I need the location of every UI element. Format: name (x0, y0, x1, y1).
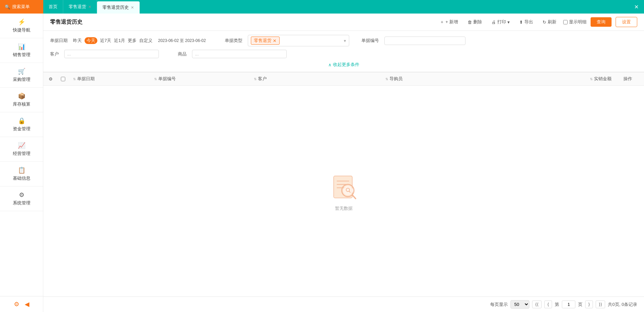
prev-page-button[interactable]: ⟨ (544, 300, 552, 308)
sidebar-settings-icon[interactable]: ⚙ (14, 300, 19, 308)
tabs: 首页 零售退货 ✕ 零售退货历史 ✕ (43, 0, 140, 14)
display-detail-text: 显示明细 (569, 19, 587, 25)
date-opt-last7[interactable]: 近7天 (100, 38, 111, 44)
collapse-button[interactable]: ∧ 收起更多条件 (50, 62, 637, 68)
finance-icon: 🔒 (18, 117, 25, 125)
tab-home[interactable]: 首页 (43, 0, 63, 14)
sales-icon: 📊 (18, 43, 25, 50)
collapse-icon: ∧ (328, 62, 332, 67)
export-button[interactable]: ⬆ 导出 (517, 18, 536, 26)
tab-retail-return-history-close[interactable]: ✕ (131, 5, 134, 10)
header-actions: ＋ + 新增 🗑 删除 🖨 打印 ▾ ⬆ 导出 ↻ (437, 17, 637, 27)
sidebar-bottom: ⚙ ◀ (0, 296, 43, 312)
th-date[interactable]: ⇅ 单据日期 (70, 72, 151, 85)
new-icon: ＋ (440, 19, 444, 25)
product-input[interactable]: ... (192, 50, 287, 58)
print-button[interactable]: 🖨 打印 ▾ (489, 18, 512, 26)
refresh-button[interactable]: ↻ 刷新 (540, 18, 559, 26)
query-button[interactable]: 查询 (591, 17, 612, 27)
empty-state: 暂无数据 (43, 86, 644, 296)
setting-button[interactable]: 设置 (616, 17, 637, 27)
th-guide-sort-icon: ⇅ (385, 77, 388, 81)
bill-type-tag-text: 零售退货 (254, 38, 271, 44)
new-button[interactable]: ＋ + 新增 (437, 18, 461, 26)
bill-type-tag: 零售退货 ✕ (251, 37, 280, 45)
window-close-button[interactable]: ✕ (629, 4, 644, 10)
product-filter-label: 商品 (178, 51, 187, 57)
table-header: ⚙ ⇅ 单据日期 ⇅ 单据编号 ⇅ 客户 ⇅ (43, 72, 644, 86)
page-size-select[interactable]: 20 50 100 (510, 300, 529, 309)
sidebar-item-sales[interactable]: 📊 销售管理 (0, 38, 43, 63)
bill-type-select[interactable]: 零售退货 ✕ ▾ (248, 35, 349, 46)
delete-icon: 🗑 (468, 20, 472, 25)
date-opt-custom[interactable]: 自定义 (139, 38, 152, 44)
date-opt-more[interactable]: 更多 (128, 38, 137, 44)
customer-filter-label: 客户 (50, 51, 59, 57)
bill-type-label: 单据类型 (225, 38, 242, 44)
tab-retail-return-history[interactable]: 零售退货历史 ✕ (97, 1, 140, 14)
th-amount[interactable]: ⇅ 实销金额 (546, 72, 614, 85)
tab-retail-return[interactable]: 零售退货 ✕ (63, 0, 97, 14)
sidebar-item-operation-label: 经营管理 (13, 151, 30, 157)
th-guide-label: 导购员 (389, 76, 403, 82)
th-checkbox[interactable] (58, 73, 70, 85)
th-billno-sort-icon: ⇅ (154, 77, 157, 81)
sidebar-item-quick-nav[interactable]: ⚡ 快捷导航 (0, 14, 43, 38)
next-page-button[interactable]: ⟩ (585, 300, 593, 308)
sidebar-item-finance-label: 资金管理 (13, 126, 30, 132)
th-customer-sort-icon: ⇅ (254, 77, 257, 81)
page-number-input[interactable] (562, 300, 575, 308)
svg-line-6 (352, 195, 356, 199)
inventory-icon: 📦 (18, 92, 25, 100)
filter-area: 单据日期 昨天 今天 近7天 近1月 更多 自定义 2023-06-02 至 2… (43, 31, 644, 72)
filter-row-1: 单据日期 昨天 今天 近7天 近1月 更多 自定义 2023-06-02 至 2… (50, 35, 637, 46)
collapse-label: 收起更多条件 (333, 62, 359, 68)
sidebar-item-finance[interactable]: 🔒 资金管理 (0, 112, 43, 137)
main-layout: ⚡ 快捷导航 📊 销售管理 🛒 采购管理 📦 库存核算 🔒 资金管理 📈 经营管… (0, 14, 644, 312)
delete-button[interactable]: 🗑 删除 (465, 18, 485, 26)
sidebar-item-inventory-label: 库存核算 (13, 101, 30, 107)
basic-info-icon: 📋 (18, 166, 25, 174)
bill-no-input[interactable] (384, 37, 466, 45)
search-area[interactable]: 🔍 搜索菜单 (0, 0, 43, 14)
display-detail-checkbox[interactable] (563, 20, 568, 24)
th-amount-sort-icon: ⇅ (590, 77, 593, 81)
tab-retail-return-close[interactable]: ✕ (88, 5, 91, 9)
settings-icon: ⚙ (49, 76, 53, 82)
refresh-icon: ↻ (543, 20, 546, 25)
total-info: 共0页, 0条记录 (608, 302, 637, 308)
tab-home-label: 首页 (49, 4, 57, 10)
search-label: 搜索菜单 (12, 4, 30, 10)
sidebar-collapse-icon[interactable]: ◀ (25, 300, 29, 308)
sidebar-item-basic-info-label: 基础信息 (13, 175, 30, 181)
th-customer[interactable]: ⇅ 客户 (251, 72, 383, 85)
bill-type-tag-remove[interactable]: ✕ (273, 38, 277, 43)
customer-input[interactable]: ... (64, 50, 159, 58)
display-detail-label: 显示明细 (563, 19, 587, 25)
empty-illustration (327, 171, 361, 201)
sidebar-item-inventory[interactable]: 📦 库存核算 (0, 88, 43, 112)
sidebar-item-purchase-label: 采购管理 (13, 76, 30, 83)
first-page-button[interactable]: ⟨⟨ (532, 300, 542, 308)
th-ops: 操作 (614, 72, 641, 85)
bill-no-label: 单据编号 (361, 38, 379, 44)
sidebar-item-purchase[interactable]: 🛒 采购管理 (0, 63, 43, 88)
tab-retail-return-history-label: 零售退货历史 (102, 4, 129, 10)
last-page-button[interactable]: ⟩⟩ (596, 300, 605, 308)
th-settings[interactable]: ⚙ (46, 73, 58, 85)
th-amount-label: 实销金额 (594, 76, 612, 82)
th-guide[interactable]: ⇅ 导购员 (383, 72, 483, 85)
date-opt-last-month[interactable]: 近1月 (114, 38, 125, 44)
purchase-icon: 🛒 (18, 68, 25, 75)
sidebar-item-basic-info[interactable]: 📋 基础信息 (0, 162, 43, 186)
page-header: 零售退货历史 ＋ + 新增 🗑 删除 🖨 打印 ▾ ⬆ 导出 (43, 14, 644, 31)
th-billno[interactable]: ⇅ 单据编号 (151, 72, 252, 85)
date-opt-yesterday[interactable]: 昨天 (73, 38, 82, 44)
page-size-label: 每页显示 (490, 302, 508, 308)
print-dropdown-icon: ▾ (507, 20, 510, 25)
sidebar-item-operation[interactable]: 📈 经营管理 (0, 137, 43, 162)
date-opt-today[interactable]: 今天 (85, 37, 97, 44)
select-all-checkbox[interactable] (61, 77, 65, 81)
content-area: 零售退货历史 ＋ + 新增 🗑 删除 🖨 打印 ▾ ⬆ 导出 (43, 14, 644, 312)
sidebar-item-system[interactable]: ⚙ 系统管理 (0, 186, 43, 211)
